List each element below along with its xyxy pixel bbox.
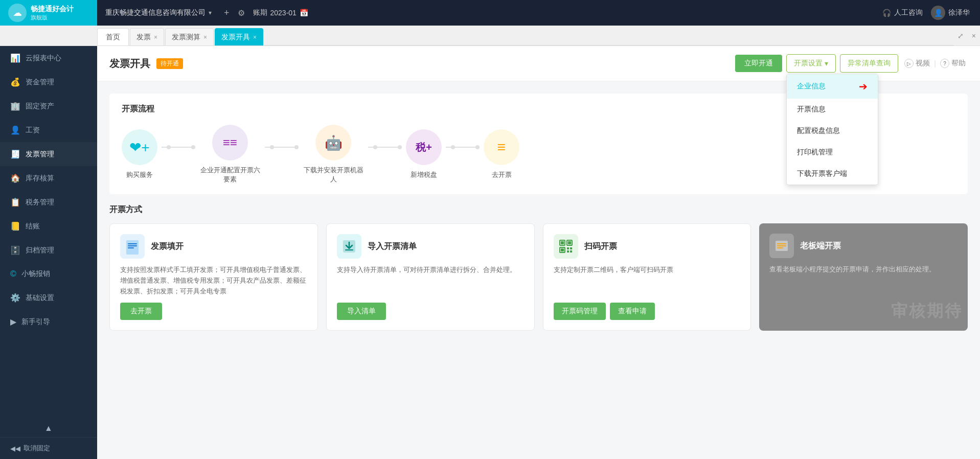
sidebar-item-kucun[interactable]: 🏠 库存核算	[0, 166, 97, 190]
sidebar-item-zijin[interactable]: 💰 资金管理	[0, 70, 97, 94]
sidebar-item-label: 税务管理	[26, 198, 54, 207]
tab-calc[interactable]: 发票测算 ×	[165, 28, 214, 45]
flow-step-2-label: 企业开通配置开票六要素	[199, 166, 261, 184]
fill-card-title: 发票填开	[151, 241, 184, 252]
status-badge: 待开通	[156, 58, 183, 69]
sidebar-item-label: 云报表中心	[26, 54, 61, 63]
sidebar-item-gudingzichan[interactable]: 🏢 固定资产	[0, 94, 97, 118]
user-area[interactable]: 👤 徐泽华	[931, 6, 970, 20]
kucun-icon: 🏠	[10, 173, 20, 183]
scan-card-desc: 支持定制开票二维码，客户端可扫码开票	[554, 265, 741, 296]
scan-card-btn2[interactable]: 查看申请	[610, 303, 655, 320]
jichu-icon: ⚙️	[10, 293, 20, 303]
help-label[interactable]: 帮助	[951, 59, 966, 68]
svg-rect-14	[567, 250, 569, 253]
calendar-icon[interactable]: 📅	[300, 9, 308, 17]
import-card-button[interactable]: 导入清单	[337, 303, 386, 320]
abnormal-button[interactable]: 异常清单查询	[840, 54, 898, 73]
sidebar-item-label: 新手引导	[21, 317, 50, 327]
tab-close-all-btn[interactable]: ×	[968, 30, 980, 42]
company-selector[interactable]: 重庆畅捷交通信息咨询有限公司 ▾	[97, 8, 220, 17]
cancel-fixed-label: 取消固定	[24, 444, 50, 453]
tab-home[interactable]: 首页	[97, 28, 129, 45]
xinshou-icon: ▶	[10, 317, 16, 327]
import-card-title: 导入开票清单	[368, 241, 417, 252]
tab-maximize-btn[interactable]: ⤢	[953, 30, 968, 42]
dropdown-item-kaipiao[interactable]: 开票信息	[787, 99, 878, 120]
fill-card-icon	[120, 234, 145, 259]
sidebar-item-jichu[interactable]: ⚙️ 基础设置	[0, 286, 97, 310]
sidebar-item-shuiwu[interactable]: 📋 税务管理	[0, 190, 97, 214]
activate-button[interactable]: 立即开通	[735, 55, 782, 72]
dropdown-item-download[interactable]: 下载开票客户端	[787, 163, 878, 185]
tab-issue-close[interactable]: ×	[253, 34, 257, 41]
sidebar-item-gongzi[interactable]: 👤 工资	[0, 118, 97, 142]
logo-icon: ☁	[8, 4, 27, 22]
sidebar-item-label: 资金管理	[26, 78, 54, 87]
sidebar-item-fapiao[interactable]: 🧾 发票管理	[0, 142, 97, 166]
settings-icon[interactable]: ⚙	[234, 8, 249, 18]
sidebar-item-xiaochangbaoxiao[interactable]: © 小畅报销	[0, 262, 97, 286]
dropdown-item-qiyeinfo[interactable]: 企业信息 ➔	[787, 74, 878, 99]
sidebar-item-label: 结账	[26, 222, 40, 231]
help-question-icon: ?	[940, 59, 949, 68]
sidebar-bottom-cancel-fixed[interactable]: ◀◀ 取消固定	[0, 437, 97, 459]
flow-step-5-icon: ≡	[484, 129, 519, 165]
headset-icon: 🎧	[882, 9, 891, 17]
main-layout: 📊 云报表中心 💰 资金管理 🏢 固定资产 👤 工资 🧾 发票管理 🏠 库存核算…	[0, 46, 980, 459]
settings-chevron-icon: ▾	[825, 59, 828, 67]
zijin-icon: 💰	[10, 77, 20, 87]
boss-overlay-text: 审核期待	[891, 300, 963, 323]
logo-subtitle: 旗舰版	[31, 14, 74, 21]
sidebar-item-label: 发票管理	[26, 150, 54, 159]
tab-issue[interactable]: 发票开具 ×	[215, 28, 263, 45]
flow-step-2: ≡≡ 企业开通配置开票六要素	[199, 125, 261, 184]
video-label[interactable]: 视频	[916, 59, 930, 68]
flow-step-3-icon: 🤖	[315, 125, 351, 160]
tab-calc-close[interactable]: ×	[203, 34, 207, 41]
top-bar-right: 🎧 人工咨询 👤 徐泽华	[882, 6, 980, 20]
dropdown-item-label: 配置税盘信息	[797, 126, 840, 134]
flow-step-4-icon: 税+	[406, 129, 442, 165]
svg-rect-3	[128, 247, 134, 248]
svg-rect-18	[777, 245, 786, 246]
sidebar-item-guidang[interactable]: 🗄️ 归档管理	[0, 238, 97, 262]
tab-invoice-close[interactable]: ×	[154, 34, 157, 41]
flow-step-3-label: 下载并安装开票机器人	[303, 166, 364, 184]
logo-text-area: 畅捷通好会计 旗舰版	[31, 5, 74, 21]
user-name: 徐泽华	[948, 8, 970, 17]
dropdown-item-printer[interactable]: 打印机管理	[787, 142, 878, 163]
scan-card-btn1[interactable]: 开票码管理	[554, 303, 606, 320]
period-label: 账期	[253, 8, 267, 17]
dropdown-item-shuipan[interactable]: 配置税盘信息	[787, 120, 878, 142]
settings-button[interactable]: 开票设置 ▾	[786, 54, 836, 73]
flow-step-3: 🤖 下载并安装开票机器人	[303, 125, 364, 184]
fill-card-header: 发票填开	[120, 234, 307, 259]
logo-area: ☁ 畅捷通好会计 旗舰版	[0, 0, 97, 26]
support-btn[interactable]: 🎧 人工咨询	[882, 8, 923, 17]
tab-calc-label: 发票测算	[172, 33, 200, 42]
fill-card-button[interactable]: 去开票	[120, 303, 162, 320]
sidebar-item-jiezhang[interactable]: 📒 结账	[0, 214, 97, 238]
sidebar-item-xinshou[interactable]: ▶ 新手引导	[0, 310, 97, 334]
jiezhang-icon: 📒	[10, 221, 20, 231]
svg-rect-1	[128, 243, 137, 244]
video-play-icon: ▷	[904, 59, 914, 68]
header-actions: 立即开通 开票设置 ▾ 企业信息 ➔	[735, 54, 968, 73]
avatar: 👤	[931, 6, 945, 20]
sidebar-item-yunbiaobiao[interactable]: 📊 云报表中心	[0, 46, 97, 70]
sidebar-scroll-up[interactable]: ▲	[0, 420, 97, 437]
svg-rect-11	[561, 248, 564, 251]
dropdown-item-label: 企业信息	[797, 82, 826, 91]
dropdown-item-label: 开票信息	[797, 105, 826, 113]
logo-title: 畅捷通好会计	[31, 5, 74, 14]
tab-invoice[interactable]: 发票 ×	[130, 28, 164, 45]
add-company-button[interactable]: +	[220, 8, 234, 18]
billing-card-import: 导入开票清单 支持导入待开票清单，可对待开票清单进行拆分、合并处理。 导入清单	[326, 223, 535, 331]
boss-card-title: 老板端开票	[800, 241, 841, 251]
import-card-desc: 支持导入待开票清单，可对待开票清单进行拆分、合并处理。	[337, 265, 524, 296]
flow-connector-3	[368, 145, 402, 149]
svg-rect-5	[345, 249, 353, 250]
sidebar-item-label: 归档管理	[26, 246, 54, 255]
gongzi-icon: 👤	[10, 125, 20, 135]
